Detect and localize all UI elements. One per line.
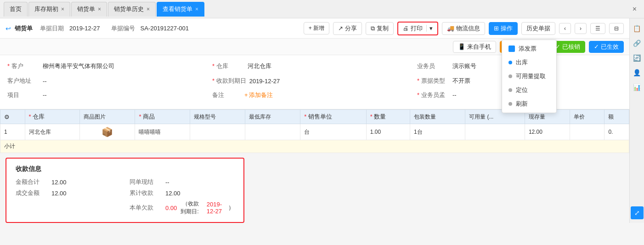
- tab-view-sales[interactable]: 查看销货单 ×: [157, 2, 204, 17]
- history-button[interactable]: 历史单据: [521, 22, 555, 35]
- copy-button[interactable]: ⧉ 复制: [366, 22, 394, 35]
- tab-sales-order[interactable]: 销货单 ×: [71, 2, 107, 17]
- dropdown-available-qty[interactable]: 可用量提取: [502, 69, 556, 83]
- sidebar-icon-3[interactable]: 🔄: [631, 51, 644, 64]
- cell-image: 📦: [80, 124, 135, 140]
- deal-amount-label: 成交金额: [16, 189, 48, 197]
- tab-view-sales-close[interactable]: ×: [195, 6, 198, 12]
- col-settings[interactable]: ⚙: [0, 110, 25, 124]
- view-mode-2[interactable]: ⊟: [609, 23, 624, 34]
- project-value[interactable]: --: [40, 90, 122, 100]
- cell-row-num: 1: [0, 124, 25, 140]
- outstanding-end: ）: [228, 204, 234, 212]
- same-order-settle-value: --: [165, 179, 169, 186]
- cell-sales-unit[interactable]: 台: [300, 124, 366, 140]
- sidebar-icon-1[interactable]: 📋: [631, 22, 644, 35]
- add-note-button[interactable]: + 添加备注: [244, 91, 273, 99]
- tab-sales-history-close[interactable]: ×: [147, 6, 150, 12]
- dropdown-refresh[interactable]: 刷新: [502, 97, 556, 111]
- dropdown-locate[interactable]: 定位: [502, 83, 556, 97]
- share-button[interactable]: ↗ 分享: [333, 22, 362, 35]
- subtotal-label: 小计: [0, 140, 629, 153]
- window-close-button[interactable]: ×: [629, 5, 640, 13]
- sidebar-icon-4[interactable]: 👤: [631, 66, 644, 79]
- cell-current-stock[interactable]: 12.00: [525, 124, 570, 140]
- col-pack-qty: 包装数量: [410, 110, 465, 124]
- cell-pack-qty[interactable]: 1台: [410, 124, 465, 140]
- sidebar-icon-2[interactable]: 🔗: [631, 37, 644, 50]
- plus-icon: +: [244, 91, 248, 98]
- refresh-label: 刷新: [516, 100, 528, 108]
- cell-unit-price[interactable]: [570, 124, 604, 140]
- effective-button[interactable]: ✓ 已生效: [589, 41, 624, 53]
- new-button[interactable]: + 新增: [304, 22, 329, 34]
- col-product: 商品: [135, 110, 190, 124]
- outstanding-value: 0.00: [165, 205, 177, 211]
- warehouse-label: 仓库: [212, 62, 244, 70]
- cell-quantity[interactable]: 1.00: [366, 124, 410, 140]
- total-received-label: 累计收款: [130, 189, 162, 197]
- payment-row-3: 成交金额 12.00: [16, 189, 120, 197]
- warehouse-value[interactable]: 河北仓库: [244, 61, 327, 72]
- phone-icon: 📱: [458, 43, 465, 50]
- col-warehouse: 仓库: [25, 110, 80, 124]
- dropdown-arrow[interactable]: ▾: [426, 25, 433, 32]
- doc-type-label: 销货单: [15, 24, 33, 33]
- outstanding-date: 2019-12-27: [207, 201, 225, 215]
- logistics-icon: 🚚: [447, 25, 454, 32]
- dropdown-outbound[interactable]: 出库: [502, 56, 556, 69]
- col-image: 商品图片: [80, 110, 135, 124]
- tab-sales-order-close[interactable]: ×: [98, 6, 101, 12]
- tab-inventory-init-close[interactable]: ×: [61, 6, 64, 12]
- col-min-stock: 最低库存: [245, 110, 300, 124]
- available-qty-dot: [508, 74, 512, 78]
- tab-inventory-init[interactable]: 库存期初 ×: [28, 2, 70, 17]
- cell-available[interactable]: [465, 124, 525, 140]
- col-quantity: 数量: [366, 110, 410, 124]
- copy-icon: ⧉: [371, 25, 375, 32]
- tab-home-label: 首页: [10, 5, 22, 13]
- payment-row-2: 同单现结 --: [130, 178, 234, 186]
- address-value[interactable]: --: [40, 76, 122, 86]
- outstanding-label: 本单欠款: [130, 204, 162, 212]
- subtotal-row: 小计: [0, 140, 629, 153]
- product-image-icon: 📦: [102, 127, 113, 137]
- dropdown-add-invoice[interactable]: 添发票: [502, 42, 556, 56]
- refresh-dot: [508, 102, 512, 106]
- right-sidebar: 📋 🔗 🔄 👤 📊 ⤢: [629, 18, 644, 223]
- tab-home[interactable]: 首页: [4, 2, 28, 17]
- from-phone-button[interactable]: 📱 来自手机: [453, 41, 496, 53]
- print-button[interactable]: 🖨 打印 ▾: [397, 22, 438, 35]
- tab-inventory-init-label: 库存期初: [34, 5, 58, 13]
- due-date-value[interactable]: 2019-12-27: [246, 76, 329, 86]
- cell-product[interactable]: 嘻嘻嘻嘻: [135, 124, 190, 140]
- operations-dropdown: 添发票 出库 可用量提取 定位 刷新: [502, 40, 557, 113]
- staff2-label: 业务员孟: [417, 91, 449, 99]
- customer-value[interactable]: 柳州粤港平安气体有限公司: [40, 61, 122, 72]
- operations-button[interactable]: ⊞ 操作: [489, 22, 518, 35]
- payment-row-4: 累计收款 12.00: [130, 189, 234, 197]
- note-label: 备注: [212, 91, 244, 99]
- col-sales-unit: 销售单位: [300, 110, 366, 124]
- toolbar: ↩ 销货单 单据日期 2019-12-27 单据编号 SA-20191227-0…: [0, 18, 629, 39]
- logistics-button[interactable]: 🚚 物流信息: [442, 22, 485, 35]
- cell-min-stock[interactable]: [245, 124, 300, 140]
- total-amount-value: 12.00: [51, 179, 67, 186]
- sidebar-icon-5[interactable]: 📊: [631, 81, 644, 94]
- grid-icon: ⊞: [494, 25, 499, 32]
- cell-spec[interactable]: [190, 124, 245, 140]
- locate-label: 定位: [516, 86, 528, 94]
- locate-dot: [508, 88, 512, 92]
- prev-record-button[interactable]: ‹: [559, 23, 571, 34]
- cell-amount[interactable]: 0.: [604, 124, 629, 140]
- tab-sales-history[interactable]: 销货单历史 ×: [108, 2, 156, 17]
- view-mode-1[interactable]: ☰: [590, 23, 605, 34]
- cell-warehouse[interactable]: 河北仓库: [25, 124, 80, 140]
- print-icon: 🖨: [403, 25, 409, 32]
- customer-label: 客户: [7, 62, 40, 70]
- payment-row-6: 本单欠款 0.00 （收款到期日: 2019-12-27 ）: [130, 200, 234, 216]
- due-date-label: 收款到期日: [212, 77, 246, 85]
- sidebar-icon-expand[interactable]: ⤢: [631, 206, 644, 219]
- next-record-button[interactable]: ›: [575, 23, 587, 34]
- col-unit-price: 单价: [570, 110, 604, 124]
